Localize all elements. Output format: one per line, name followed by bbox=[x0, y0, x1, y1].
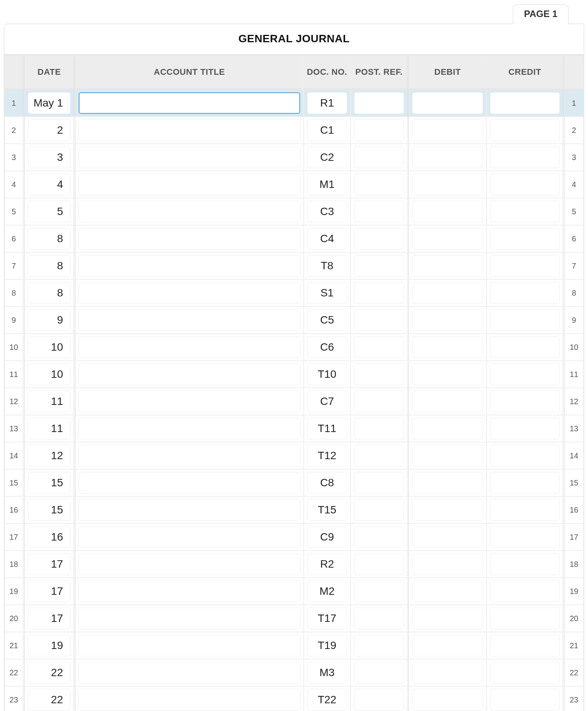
account-title-cell[interactable] bbox=[75, 361, 304, 388]
credit-cell[interactable] bbox=[487, 469, 564, 496]
date-cell[interactable]: 4 bbox=[24, 171, 75, 198]
post-ref-cell[interactable] bbox=[351, 279, 409, 306]
credit-cell[interactable] bbox=[487, 578, 564, 605]
credit-cell[interactable] bbox=[487, 171, 564, 198]
doc-no-cell[interactable]: C7 bbox=[304, 388, 350, 415]
post-ref-cell[interactable] bbox=[351, 252, 409, 279]
date-cell[interactable]: 10 bbox=[24, 334, 75, 361]
post-ref-cell[interactable] bbox=[351, 306, 409, 334]
debit-cell[interactable] bbox=[409, 551, 487, 578]
date-cell[interactable]: 19 bbox=[24, 632, 75, 659]
credit-cell[interactable] bbox=[487, 686, 564, 711]
credit-cell[interactable] bbox=[487, 632, 564, 659]
date-cell[interactable]: 8 bbox=[24, 252, 75, 279]
account-title-cell[interactable] bbox=[75, 279, 304, 306]
doc-no-cell[interactable]: C4 bbox=[304, 225, 350, 252]
date-cell[interactable]: 2 bbox=[24, 117, 75, 144]
post-ref-cell[interactable] bbox=[351, 415, 409, 442]
credit-cell[interactable] bbox=[487, 605, 564, 632]
account-title-cell[interactable] bbox=[75, 442, 304, 469]
post-ref-cell[interactable] bbox=[351, 334, 409, 361]
date-cell[interactable]: 8 bbox=[24, 279, 75, 306]
debit-cell[interactable] bbox=[409, 225, 487, 252]
date-cell[interactable]: 17 bbox=[24, 605, 75, 632]
account-title-cell[interactable] bbox=[75, 469, 304, 496]
credit-cell[interactable] bbox=[487, 551, 564, 578]
credit-cell[interactable] bbox=[487, 306, 564, 334]
debit-cell[interactable] bbox=[409, 198, 487, 225]
credit-cell[interactable] bbox=[487, 523, 564, 551]
post-ref-cell[interactable] bbox=[351, 144, 409, 171]
doc-no-cell[interactable]: T17 bbox=[304, 605, 350, 632]
credit-cell[interactable] bbox=[487, 361, 564, 388]
post-ref-cell[interactable] bbox=[351, 198, 409, 225]
credit-cell[interactable] bbox=[487, 144, 564, 171]
date-cell[interactable]: 10 bbox=[24, 361, 75, 388]
credit-cell[interactable] bbox=[487, 198, 564, 225]
debit-cell[interactable] bbox=[409, 117, 487, 144]
account-title-cell[interactable] bbox=[75, 171, 304, 198]
credit-cell[interactable] bbox=[487, 415, 564, 442]
date-cell[interactable]: 15 bbox=[24, 469, 75, 496]
debit-cell[interactable] bbox=[409, 334, 487, 361]
doc-no-cell[interactable]: T8 bbox=[304, 252, 350, 279]
doc-no-cell[interactable]: S1 bbox=[304, 279, 350, 306]
doc-no-cell[interactable]: R1 bbox=[304, 90, 350, 117]
debit-cell[interactable] bbox=[409, 442, 487, 469]
debit-cell[interactable] bbox=[409, 469, 487, 496]
date-cell[interactable]: 12 bbox=[24, 442, 75, 469]
debit-cell[interactable] bbox=[409, 686, 487, 711]
post-ref-cell[interactable] bbox=[351, 90, 409, 117]
doc-no-cell[interactable]: T10 bbox=[304, 361, 350, 388]
post-ref-cell[interactable] bbox=[351, 605, 409, 632]
account-title-cell[interactable] bbox=[75, 605, 304, 632]
date-cell[interactable]: 11 bbox=[24, 415, 75, 442]
debit-cell[interactable] bbox=[409, 144, 487, 171]
credit-cell[interactable] bbox=[487, 442, 564, 469]
debit-cell[interactable] bbox=[409, 605, 487, 632]
account-title-cell[interactable] bbox=[75, 496, 304, 523]
post-ref-cell[interactable] bbox=[351, 659, 409, 686]
doc-no-cell[interactable]: M3 bbox=[304, 659, 350, 686]
doc-no-cell[interactable]: T22 bbox=[304, 686, 350, 711]
post-ref-cell[interactable] bbox=[351, 361, 409, 388]
doc-no-cell[interactable]: M2 bbox=[304, 578, 350, 605]
doc-no-cell[interactable]: C2 bbox=[304, 144, 350, 171]
credit-cell[interactable] bbox=[487, 90, 564, 117]
debit-cell[interactable] bbox=[409, 388, 487, 415]
credit-cell[interactable] bbox=[487, 496, 564, 523]
date-cell[interactable]: 3 bbox=[24, 144, 75, 171]
doc-no-cell[interactable]: T15 bbox=[304, 496, 350, 523]
credit-cell[interactable] bbox=[487, 334, 564, 361]
account-title-cell[interactable] bbox=[75, 523, 304, 551]
account-title-cell[interactable] bbox=[75, 578, 304, 605]
account-title-cell[interactable] bbox=[75, 225, 304, 252]
account-title-cell[interactable] bbox=[75, 144, 304, 171]
doc-no-cell[interactable]: T19 bbox=[304, 632, 350, 659]
date-cell[interactable]: May 1 bbox=[24, 90, 75, 117]
debit-cell[interactable] bbox=[409, 632, 487, 659]
doc-no-cell[interactable]: C5 bbox=[304, 306, 350, 334]
post-ref-cell[interactable] bbox=[351, 117, 409, 144]
post-ref-cell[interactable] bbox=[351, 686, 409, 711]
post-ref-cell[interactable] bbox=[351, 388, 409, 415]
account-title-cell[interactable] bbox=[75, 198, 304, 225]
date-cell[interactable]: 17 bbox=[24, 578, 75, 605]
doc-no-cell[interactable]: C8 bbox=[304, 469, 350, 496]
account-title-cell[interactable] bbox=[75, 415, 304, 442]
doc-no-cell[interactable]: C9 bbox=[304, 523, 350, 551]
account-title-cell[interactable] bbox=[75, 388, 304, 415]
debit-cell[interactable] bbox=[409, 415, 487, 442]
date-cell[interactable]: 22 bbox=[24, 659, 75, 686]
debit-cell[interactable] bbox=[409, 361, 487, 388]
date-cell[interactable]: 22 bbox=[24, 686, 75, 711]
account-title-cell[interactable] bbox=[75, 632, 304, 659]
date-cell[interactable]: 15 bbox=[24, 496, 75, 523]
date-cell[interactable]: 9 bbox=[24, 306, 75, 334]
credit-cell[interactable] bbox=[487, 279, 564, 306]
post-ref-cell[interactable] bbox=[351, 469, 409, 496]
doc-no-cell[interactable]: M1 bbox=[304, 171, 350, 198]
debit-cell[interactable] bbox=[409, 523, 487, 551]
debit-cell[interactable] bbox=[409, 171, 487, 198]
account-title-cell[interactable] bbox=[75, 686, 304, 711]
